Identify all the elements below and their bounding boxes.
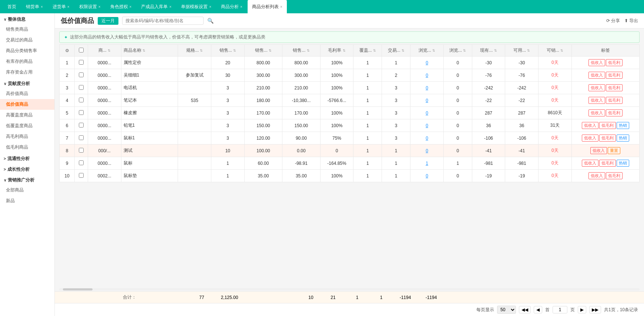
horizontal-scrollbar[interactable]: [59, 288, 640, 290]
row-checkbox[interactable]: [79, 60, 84, 65]
browse-link[interactable]: 0: [426, 136, 428, 141]
row-checkbox[interactable]: [79, 85, 84, 90]
cell-browse1[interactable]: 0: [410, 132, 444, 145]
row-checkbox[interactable]: [79, 135, 84, 140]
sidebar-item-new-products[interactable]: 新品: [0, 196, 54, 206]
search-icon[interactable]: 🔍: [207, 18, 214, 24]
close-icon[interactable]: ×: [280, 5, 282, 9]
close-icon[interactable]: ×: [169, 5, 171, 9]
close-icon[interactable]: ×: [209, 5, 211, 9]
browse-link[interactable]: 0: [426, 60, 428, 65]
page-size-select[interactable]: 50 100 200: [497, 306, 516, 314]
cell-check[interactable]: [75, 82, 88, 94]
th-available-stock[interactable]: 可用... ⇅: [505, 45, 539, 57]
first-page-button[interactable]: ◀◀: [519, 306, 531, 313]
th-name[interactable]: 商品名称 ⇅: [121, 45, 178, 57]
sidebar-item-low-margin[interactable]: 低毛利商品: [0, 142, 54, 153]
row-checkbox[interactable]: [79, 72, 84, 77]
th-sale-profit[interactable]: 销售... ⇅: [282, 45, 321, 57]
gear-icon[interactable]: ⚙: [65, 48, 69, 53]
cell-check[interactable]: [75, 119, 88, 132]
cell-browse1[interactable]: 0: [410, 82, 444, 94]
nav-permissions[interactable]: 权限设置 ×: [75, 0, 105, 13]
th-gross-margin[interactable]: 毛利率 ⇅: [320, 45, 353, 57]
cell-check[interactable]: [75, 57, 88, 69]
sidebar-item-low-coverage[interactable]: 低覆盖度商品: [0, 120, 54, 131]
row-checkbox[interactable]: [79, 123, 84, 128]
close-icon[interactable]: ×: [98, 5, 101, 9]
cell-check[interactable]: [75, 107, 88, 119]
prev-page-button[interactable]: ◀: [534, 306, 542, 313]
sidebar-item-category-sales-rate[interactable]: 商品分类销售率: [0, 45, 54, 56]
nav-template[interactable]: 单据模板设置 ×: [177, 0, 216, 13]
sidebar-item-sales-products[interactable]: 销售类商品: [0, 24, 54, 35]
th-sale-price[interactable]: 销售... ⇅: [244, 45, 282, 57]
th-sellable-days[interactable]: 可销... ⇅: [539, 45, 572, 57]
nav-inbound[interactable]: 产成品入库单 ×: [137, 0, 176, 13]
nav-role-auth[interactable]: 角色授权 ×: [106, 0, 136, 13]
cell-browse1[interactable]: 0: [410, 69, 444, 82]
browse-link[interactable]: 0: [426, 148, 428, 153]
nav-purchase-order[interactable]: 进货单 ×: [48, 0, 74, 13]
search-input[interactable]: [122, 17, 204, 25]
close-icon[interactable]: ×: [130, 5, 132, 9]
nav-home[interactable]: 首页: [3, 0, 21, 13]
th-gear[interactable]: ⚙: [60, 45, 75, 57]
row-checkbox[interactable]: [79, 98, 84, 102]
sidebar-item-high-value[interactable]: 高价值商品: [0, 88, 54, 99]
th-browse2[interactable]: 浏览... ⇅: [443, 45, 472, 57]
th-current-stock[interactable]: 现有... ⇅: [472, 45, 505, 57]
time-filter-button[interactable]: 近一月: [98, 17, 118, 25]
export-button[interactable]: ⬆ 导出: [624, 18, 638, 24]
th-coverage[interactable]: 覆盖... ⇅: [353, 45, 382, 57]
th-trade-count[interactable]: 交易... ⇅: [382, 45, 410, 57]
sidebar-item-all-products[interactable]: 全部商品: [0, 185, 54, 196]
cell-check[interactable]: [75, 170, 88, 182]
browse-link[interactable]: 0: [426, 73, 428, 78]
table-wrapper[interactable]: ⚙ 商... ⇅ 商品名称 ⇅ 规格... ⇅ 销售... ⇅ 销售... ⇅ …: [59, 44, 640, 288]
cell-browse1[interactable]: 0: [410, 119, 444, 132]
share-button[interactable]: ⟳ 分享: [606, 18, 620, 24]
th-checkbox[interactable]: [75, 45, 88, 57]
close-icon[interactable]: ×: [67, 5, 70, 9]
nav-product-analysis[interactable]: 商品分析 ×: [217, 0, 247, 13]
sidebar-item-traded-products[interactable]: 交易过的商品: [0, 35, 54, 45]
browse-link[interactable]: 0: [426, 85, 428, 91]
sidebar-item-stocked-products[interactable]: 有库存的商品: [0, 56, 54, 67]
cell-browse1[interactable]: 1: [410, 157, 444, 170]
row-checkbox[interactable]: [79, 110, 84, 115]
th-browse1[interactable]: 浏览... ⇅: [410, 45, 444, 57]
cell-check[interactable]: [75, 94, 88, 107]
close-icon[interactable]: ×: [240, 5, 242, 9]
browse-link[interactable]: 1: [426, 161, 428, 166]
sidebar-item-high-coverage[interactable]: 高覆盖度商品: [0, 110, 54, 120]
sidebar-item-stock-funds[interactable]: 库存资金占用: [0, 67, 54, 78]
th-code[interactable]: 商... ⇅: [88, 45, 121, 57]
sidebar-group-liquidity[interactable]: > 流通性分析: [0, 153, 54, 163]
cell-check[interactable]: [75, 145, 88, 157]
cell-browse1[interactable]: 0: [410, 145, 444, 157]
browse-link[interactable]: 0: [426, 98, 428, 103]
row-checkbox[interactable]: [79, 173, 84, 178]
th-sale-qty[interactable]: 销售... ⇅: [211, 45, 245, 57]
th-spec[interactable]: 规格... ⇅: [178, 45, 211, 57]
cell-browse1[interactable]: 0: [410, 170, 444, 182]
browse-link[interactable]: 0: [426, 173, 428, 179]
nav-product-analysis-list[interactable]: 商品分析列表 ×: [248, 0, 287, 13]
current-page-input[interactable]: [553, 306, 567, 313]
row-checkbox[interactable]: [79, 160, 84, 165]
sidebar-group-overview[interactable]: ∨ 整体信息: [0, 13, 54, 24]
sidebar-item-low-value[interactable]: 低价值商品: [0, 99, 54, 110]
cell-browse1[interactable]: 0: [410, 94, 444, 107]
scrollbar-thumb[interactable]: [63, 288, 93, 290]
last-page-button[interactable]: ▶▶: [589, 306, 601, 313]
cell-browse1[interactable]: 0: [410, 57, 444, 69]
cell-check[interactable]: [75, 132, 88, 145]
browse-link[interactable]: 0: [426, 111, 428, 116]
cell-check[interactable]: [75, 69, 88, 82]
next-page-button[interactable]: ▶: [578, 306, 586, 313]
sidebar-group-contribution[interactable]: ∨ 贡献度分析: [0, 78, 54, 88]
sidebar-item-high-margin[interactable]: 高毛利商品: [0, 131, 54, 142]
browse-link[interactable]: 0: [426, 123, 428, 128]
close-icon[interactable]: ×: [41, 5, 43, 9]
